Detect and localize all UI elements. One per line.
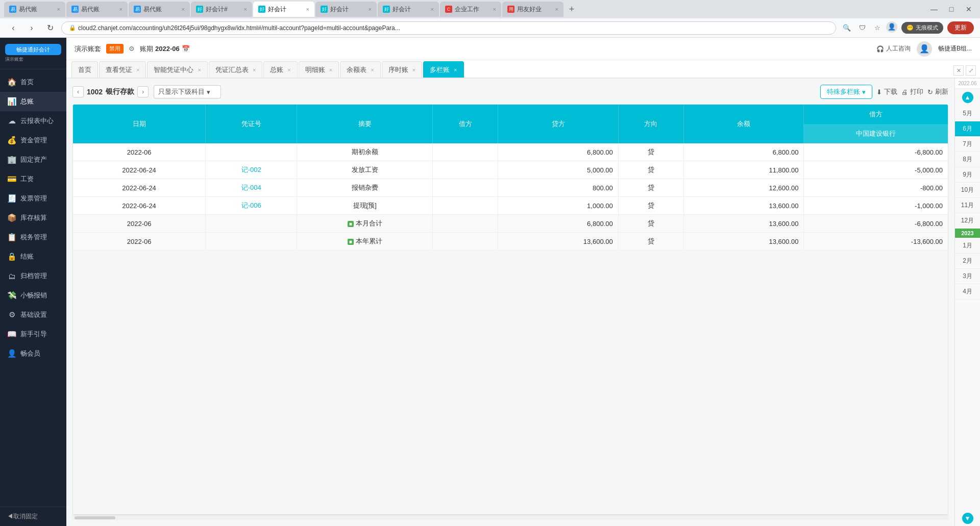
sidebar-item-invoice[interactable]: 🧾 发票管理 [0, 189, 66, 208]
browser-tab-1[interactable]: 易 易代账 × [4, 2, 65, 17]
tab-smart-center-close[interactable]: × [198, 67, 201, 73]
tab-close-8[interactable]: × [493, 6, 496, 12]
browser-tab-6[interactable]: 好 好会计 × [315, 2, 377, 17]
search-icon[interactable]: 🔍 [840, 21, 853, 35]
sidebar-item-tax[interactable]: 📋 税务管理 [0, 228, 66, 247]
cal-month-july[interactable]: 7月 [955, 137, 980, 152]
horizontal-scrollbar[interactable] [72, 515, 948, 520]
tab-detail-ledger[interactable]: 明细账 × [299, 61, 339, 78]
tab-detail-ledger-close[interactable]: × [329, 67, 332, 73]
update-button[interactable]: 更新 [947, 21, 974, 34]
prev-subject-button[interactable]: ‹ [72, 86, 84, 97]
cal-month-june[interactable]: 6月 [955, 121, 980, 137]
voucher-link[interactable]: 记-006 [241, 202, 261, 209]
tab-balance-table[interactable]: 余额表 × [340, 61, 380, 78]
consult-button[interactable]: 🎧 人工咨询 [876, 44, 911, 53]
user-avatar[interactable]: 👤 [917, 41, 932, 57]
close-panel-button[interactable]: ✕ [953, 65, 964, 76]
voucher-link[interactable]: 记-002 [241, 166, 261, 173]
sidebar-item-fund[interactable]: 💰 资金管理 [0, 131, 66, 150]
tab-smart-center[interactable]: 智能凭证中心 × [147, 61, 207, 78]
cal-month-mar-2023[interactable]: 3月 [955, 269, 980, 284]
cal-month-feb-2023[interactable]: 2月 [955, 254, 980, 269]
back-button[interactable]: ‹ [6, 21, 20, 35]
tab-general-ledger[interactable]: 总账 × [263, 61, 297, 78]
cell-date: 2022-06-24 [73, 179, 206, 197]
refresh-ledger-button[interactable]: ↻ 刷新 [927, 87, 948, 96]
sidebar-item-inventory[interactable]: 📦 库存核算 [0, 208, 66, 228]
tab-balance-table-close[interactable]: × [371, 67, 374, 73]
cal-scroll-up-button[interactable]: ▲ [957, 90, 978, 105]
profile-icon[interactable]: 👤 [886, 21, 897, 33]
browser-tab-3[interactable]: 易 易代账 × [129, 2, 190, 17]
stealth-mode-button[interactable]: 😶 无痕模式 [901, 22, 943, 34]
new-tab-button[interactable]: + [565, 2, 579, 16]
tab-close-1[interactable]: × [57, 6, 60, 12]
unpin-button[interactable]: ◀取消固定 [7, 512, 59, 521]
tab-voucher-summary[interactable]: 凭证汇总表 × [209, 61, 262, 78]
refresh-button[interactable]: ↻ [43, 21, 57, 35]
tab-close-6[interactable]: × [369, 6, 372, 12]
browser-tab-8[interactable]: C 企业工作 × [440, 2, 501, 17]
settings-gear-icon[interactable]: ⚙ [129, 45, 135, 53]
tab-multi-ledger-close[interactable]: × [454, 67, 457, 73]
sidebar-item-closing[interactable]: 🔒 结账 [0, 247, 66, 266]
bookmark-icon[interactable]: ☆ [871, 21, 884, 35]
sidebar-item-fixed-asset[interactable]: 🏢 固定资产 [0, 150, 66, 169]
cal-scroll-down-button[interactable]: ▼ [955, 511, 980, 526]
tab-time-ledger-close[interactable]: × [412, 67, 415, 73]
tab-voucher-check[interactable]: 查看凭证 × [99, 61, 146, 78]
browser-tab-5[interactable]: 好 好会计 × [253, 2, 314, 17]
tab-close-2[interactable]: × [119, 6, 122, 12]
sidebar-item-archive[interactable]: 🗂 归档管理 [0, 266, 66, 286]
tab-general-ledger-close[interactable]: × [287, 67, 290, 73]
restore-button[interactable]: □ [944, 2, 959, 16]
tab-voucher-summary-close[interactable]: × [253, 67, 256, 73]
browser-close-button[interactable]: ✕ [962, 2, 976, 16]
cal-month-jan-2023[interactable]: 1月 [955, 238, 980, 254]
cal-month-november[interactable]: 11月 [955, 198, 980, 213]
extension-icon[interactable]: 🛡 [855, 21, 869, 35]
url-input[interactable]: 🔒 cloud2.chanjet.com/accounting/uh26t264… [61, 21, 836, 35]
calendar-icon[interactable]: 📅 [182, 45, 190, 53]
tab-close-3[interactable]: × [182, 6, 185, 12]
sidebar-item-guide[interactable]: 📖 新手引导 [0, 324, 66, 344]
tab-multi-ledger[interactable]: 多栏账 × [423, 61, 463, 78]
sidebar-item-home[interactable]: 🏠 首页 [0, 72, 66, 92]
cal-month-december[interactable]: 12月 [955, 213, 980, 229]
cal-month-may[interactable]: 5月 [955, 106, 980, 121]
browser-tab-7[interactable]: 好 好会计 × [378, 2, 439, 17]
voucher-link[interactable]: 记-004 [241, 184, 261, 191]
browser-tab-9[interactable]: 用 用友好业 × [502, 2, 564, 17]
cal-month-september[interactable]: 9月 [955, 167, 980, 183]
tab-close-4[interactable]: × [244, 6, 247, 12]
tab-close-7[interactable]: × [431, 6, 434, 12]
sidebar-item-expense[interactable]: 💸 小畅报销 [0, 286, 66, 305]
next-subject-button[interactable]: › [137, 86, 149, 97]
special-ledger-button[interactable]: 特殊多栏账 ▾ [820, 85, 872, 99]
sidebar-item-general[interactable]: 📊 总账 [0, 92, 66, 111]
minimize-button[interactable]: — [927, 2, 941, 16]
sidebar-item-salary[interactable]: 💳 工资 [0, 169, 66, 189]
cal-month-october[interactable]: 10月 [955, 183, 980, 198]
forward-button[interactable]: › [24, 21, 39, 35]
cal-month-apr-2023[interactable]: 4月 [955, 284, 980, 299]
cell-credit: 13,600.00 [498, 233, 618, 251]
browser-tab-2[interactable]: 易 易代账 × [66, 2, 128, 17]
tab-close-5[interactable]: × [306, 6, 309, 12]
tab-favicon-1: 易 [9, 6, 16, 13]
download-button[interactable]: ⬇ 下载 [876, 87, 897, 96]
filter-dropdown[interactable]: 只显示下级科目 ▾ [154, 85, 221, 98]
tab-voucher-check-close[interactable]: × [136, 67, 139, 73]
tab-close-9[interactable]: × [555, 6, 558, 12]
tab-home[interactable]: 首页 [71, 61, 98, 78]
sidebar-item-member[interactable]: 👤 畅会员 [0, 344, 66, 363]
expand-panel-button[interactable]: ⤢ [966, 65, 976, 76]
cal-month-august[interactable]: 8月 [955, 152, 980, 167]
sidebar-item-cloud-report[interactable]: ☁ 云报表中心 [0, 111, 66, 131]
sidebar-item-settings[interactable]: ⚙ 基础设置 [0, 305, 66, 324]
print-button[interactable]: 🖨 打印 [901, 87, 923, 96]
scrollbar-thumb[interactable] [75, 516, 115, 519]
browser-tab-4[interactable]: 好 好会计# × [191, 2, 252, 17]
tab-time-ledger[interactable]: 序时账 × [382, 61, 422, 78]
